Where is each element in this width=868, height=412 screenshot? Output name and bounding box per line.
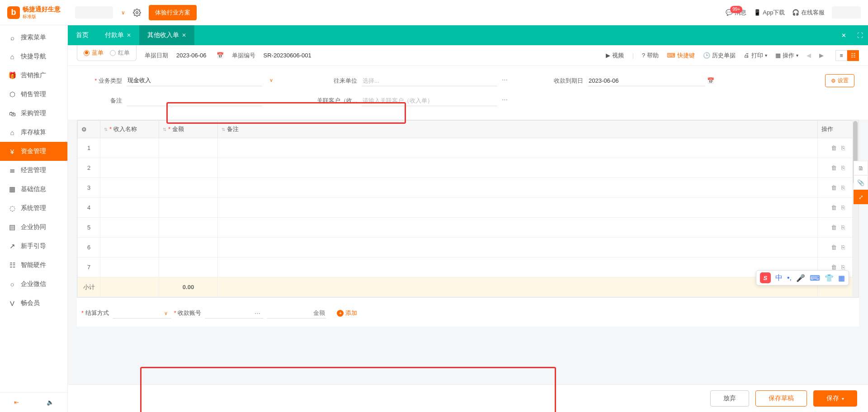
table-row[interactable]: 4🗑⎘ bbox=[78, 198, 859, 218]
add-payment-button[interactable]: + 添加 bbox=[337, 309, 357, 317]
copy-row-icon[interactable]: ⎘ bbox=[841, 204, 845, 211]
attachment-tool-icon[interactable]: 📎 bbox=[854, 175, 868, 190]
sidebar-item[interactable]: ↗新手引导 bbox=[0, 237, 67, 256]
copy-row-icon[interactable]: ⎘ bbox=[841, 264, 845, 271]
settings-gear-icon[interactable] bbox=[130, 5, 144, 20]
tab[interactable]: 其他收入单✕ bbox=[139, 25, 194, 45]
sort-icon[interactable]: ⇅ bbox=[104, 127, 108, 132]
prev-doc-icon[interactable]: ◀ bbox=[807, 52, 811, 59]
chevron-down-icon[interactable]: ∨ bbox=[164, 310, 168, 316]
try-industry-button[interactable]: 体验行业方案 bbox=[149, 5, 197, 20]
due-date-input[interactable] bbox=[588, 75, 705, 86]
history-button[interactable]: 🕒历史单据 bbox=[703, 52, 736, 60]
table-settings-icon[interactable]: ⚙ bbox=[78, 121, 100, 138]
collapse-icon[interactable]: ⇤ bbox=[14, 399, 19, 406]
view-form-icon[interactable]: ☷ bbox=[847, 50, 859, 61]
tab[interactable]: 首页 bbox=[68, 25, 97, 45]
copy-row-icon[interactable]: ⎘ bbox=[841, 145, 845, 151]
sidebar-item[interactable]: ▦基础信息 bbox=[0, 180, 67, 199]
sidebar-item[interactable]: ≣经营管理 bbox=[0, 161, 67, 180]
expand-tool-icon[interactable]: ⤢ bbox=[854, 190, 868, 204]
print-button[interactable]: 🖨打印▾ bbox=[744, 52, 767, 60]
partner-input[interactable] bbox=[362, 75, 497, 86]
delete-row-icon[interactable]: 🗑 bbox=[831, 184, 837, 191]
messages-link[interactable]: 💬 消息 99+ bbox=[726, 9, 746, 17]
related-customer-input[interactable] bbox=[362, 95, 497, 106]
sidebar-item[interactable]: ○企业微信 bbox=[0, 275, 67, 294]
sidebar-item[interactable]: 🎁营销推广 bbox=[0, 66, 67, 85]
view-list-icon[interactable]: ≡ bbox=[835, 50, 847, 61]
sidebar-item[interactable]: ⌂库存核算 bbox=[0, 123, 67, 142]
copy-row-icon[interactable]: ⎘ bbox=[841, 164, 845, 171]
chevron-down-icon[interactable]: ∨ bbox=[269, 77, 273, 83]
copy-row-icon[interactable]: ⎘ bbox=[841, 224, 845, 231]
sidebar-item[interactable]: V畅会员 bbox=[0, 294, 67, 313]
video-help-button[interactable]: ▶视频 bbox=[606, 52, 624, 60]
org-selector[interactable] bbox=[75, 6, 113, 19]
more-icon[interactable]: ⋯ bbox=[502, 96, 508, 103]
app-download-link[interactable]: 📱 App下载 bbox=[754, 9, 785, 17]
tab-close-icon[interactable]: ✕ bbox=[182, 32, 186, 38]
remark-input[interactable] bbox=[127, 95, 262, 106]
close-all-tabs-icon[interactable]: ✕ bbox=[835, 32, 852, 39]
user-menu[interactable] bbox=[832, 6, 861, 19]
calendar-icon[interactable]: 📅 bbox=[707, 77, 714, 84]
more-icon[interactable]: ⋯ bbox=[502, 76, 508, 83]
operate-button[interactable]: ▦操作▾ bbox=[775, 52, 798, 60]
delete-row-icon[interactable]: 🗑 bbox=[831, 224, 837, 231]
sort-icon[interactable]: ⇅ bbox=[163, 127, 166, 132]
discard-button[interactable]: 放弃 bbox=[710, 390, 749, 407]
copy-row-icon[interactable]: ⎘ bbox=[841, 244, 845, 251]
help-button[interactable]: ?帮助 bbox=[642, 52, 659, 60]
delete-row-icon[interactable]: 🗑 bbox=[831, 244, 837, 251]
sort-icon[interactable]: ⇅ bbox=[222, 127, 225, 132]
settle-method-input[interactable] bbox=[113, 308, 171, 318]
table-row[interactable]: 3🗑⎘ bbox=[78, 178, 859, 198]
table-row[interactable]: 7🗑⎘ bbox=[78, 258, 859, 277]
online-service-link[interactable]: 🎧 在线客服 bbox=[792, 9, 825, 17]
radio-blue[interactable]: 蓝单 bbox=[84, 49, 104, 57]
ime-lang[interactable]: 中 bbox=[775, 273, 783, 283]
sidebar-item[interactable]: ⌕搜索菜单 bbox=[0, 28, 67, 47]
save-button[interactable]: 保存▾ bbox=[813, 390, 857, 407]
calendar-icon[interactable]: 📅 bbox=[217, 52, 224, 59]
sidebar-item[interactable]: ☷智能硬件 bbox=[0, 256, 67, 275]
sidebar-item[interactable]: 🛍采购管理 bbox=[0, 104, 67, 123]
delete-row-icon[interactable]: 🗑 bbox=[831, 264, 837, 271]
tab[interactable]: 付款单✕ bbox=[97, 25, 139, 45]
save-draft-button[interactable]: 保存草稿 bbox=[755, 390, 807, 407]
sound-icon[interactable]: 🔈 bbox=[47, 399, 54, 406]
sidebar-item[interactable]: ¥资金管理 bbox=[0, 142, 67, 161]
doc-date-value[interactable]: 2023-06-06 bbox=[176, 52, 207, 59]
biz-type-input[interactable] bbox=[127, 75, 262, 86]
ime-punct-icon[interactable]: •, bbox=[787, 274, 792, 282]
table-row[interactable]: 5🗑⎘ bbox=[78, 218, 859, 238]
table-scrollbar[interactable] bbox=[852, 120, 859, 297]
table-row[interactable]: 6🗑⎘ bbox=[78, 238, 859, 258]
sidebar-item[interactable]: ⬡销售管理 bbox=[0, 85, 67, 104]
sidebar-item[interactable]: ▤企业协同 bbox=[0, 218, 67, 237]
form-settings-button[interactable]: ⚙设置 bbox=[825, 74, 854, 87]
shortcut-button[interactable]: ⌨快捷键 bbox=[667, 52, 695, 60]
chevron-down-icon[interactable]: ∨ bbox=[121, 9, 125, 16]
tab-close-icon[interactable]: ✕ bbox=[127, 32, 131, 38]
note-tool-icon[interactable]: 🗎 bbox=[854, 161, 868, 175]
table-row[interactable]: 2🗑⎘ bbox=[78, 158, 859, 178]
copy-row-icon[interactable]: ⎘ bbox=[841, 184, 845, 191]
ime-skin-icon[interactable]: 👕 bbox=[825, 274, 834, 282]
sidebar-item[interactable]: ⌂快捷导航 bbox=[0, 47, 67, 66]
delete-row-icon[interactable]: 🗑 bbox=[831, 164, 837, 171]
delete-row-icon[interactable]: 🗑 bbox=[831, 204, 837, 211]
sidebar-item[interactable]: ◌系统管理 bbox=[0, 199, 67, 218]
ime-keyboard-icon[interactable]: ⌨ bbox=[810, 274, 820, 282]
table-row[interactable]: 1🗑⎘ bbox=[78, 138, 859, 158]
ime-mic-icon[interactable]: 🎤 bbox=[796, 274, 805, 282]
next-doc-icon[interactable]: ▶ bbox=[819, 52, 824, 59]
amount-input[interactable] bbox=[267, 308, 326, 318]
ime-toolbar[interactable]: S 中 •, 🎤 ⌨ 👕 ▦ bbox=[756, 270, 849, 286]
more-icon[interactable]: ⋯ bbox=[255, 310, 261, 317]
radio-red[interactable]: 红单 bbox=[110, 49, 130, 57]
fullscreen-icon[interactable]: ⛶ bbox=[852, 32, 868, 39]
delete-row-icon[interactable]: 🗑 bbox=[831, 145, 837, 151]
ime-toolbox-icon[interactable]: ▦ bbox=[838, 274, 845, 282]
